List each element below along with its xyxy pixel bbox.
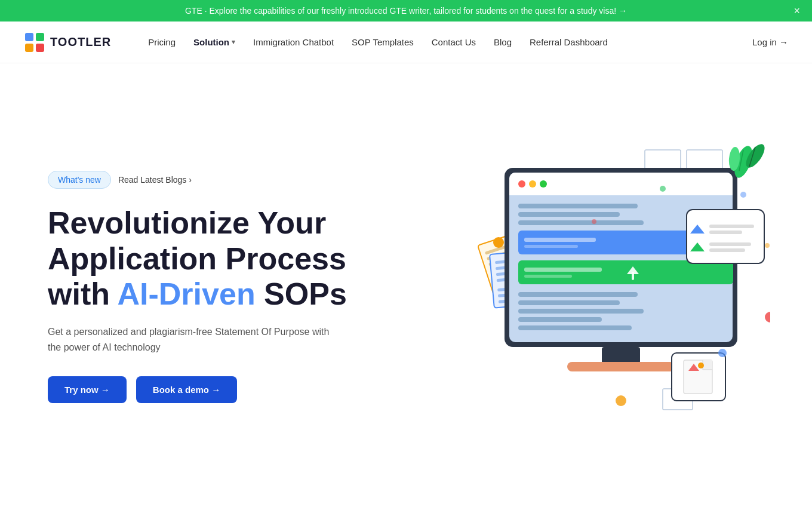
chevron-down-icon: ▾ [232,38,235,46]
svg-rect-49 [518,317,602,322]
svg-marker-62 [703,360,712,370]
book-demo-button[interactable]: Book a demo → [136,376,237,403]
logo-icon [24,32,45,53]
hero-section: What's new Read Latest Blogs › Revolutio… [0,63,812,511]
svg-rect-36 [518,212,620,217]
svg-rect-43 [524,275,572,278]
nav-item-immigration-chatbot[interactable]: Immigration Chatbot [246,33,341,51]
svg-rect-0 [25,33,33,41]
svg-rect-56 [709,231,742,234]
svg-rect-55 [709,225,754,228]
svg-rect-39 [524,238,596,242]
svg-rect-46 [518,292,638,297]
svg-rect-51 [602,347,640,364]
svg-rect-52 [567,362,675,371]
banner-close-button[interactable]: × [793,5,800,16]
hero-content: What's new Read Latest Blogs › Revolutio… [48,171,406,404]
svg-rect-50 [518,325,632,330]
whats-new-badge[interactable]: What's new [48,171,111,189]
main-nav: TOOTLER Pricing Solution ▾ Immigration C… [0,21,812,63]
svg-rect-42 [524,268,602,272]
svg-rect-59 [709,248,745,252]
svg-rect-45 [632,272,634,280]
hero-illustration [406,138,776,437]
svg-point-78 [592,219,596,224]
nav-item-contact-us[interactable]: Contact Us [425,33,483,51]
hero-heading: Revolutionize Your Application Process w… [48,205,406,312]
svg-point-66 [698,363,704,368]
read-blogs-link[interactable]: Read Latest Blogs › [118,175,192,185]
svg-point-75 [616,395,626,406]
svg-point-76 [660,186,666,192]
hero-subtext: Get a personalized and plagiarism-free S… [48,324,334,355]
svg-point-79 [765,243,770,248]
svg-point-34 [540,180,547,188]
logo-link[interactable]: TOOTLER [24,32,111,53]
svg-rect-3 [36,44,44,52]
svg-rect-58 [709,242,751,246]
login-link[interactable]: Log in → [752,37,788,47]
svg-point-74 [718,349,727,357]
svg-rect-47 [518,300,620,305]
nav-item-referral-dashboard[interactable]: Referral Dashboard [522,33,615,51]
banner-text: GTE · Explore the capabilities of our fr… [185,6,627,16]
svg-point-72 [493,237,504,248]
nav-item-blog[interactable]: Blog [487,33,519,51]
svg-point-73 [765,312,770,322]
svg-rect-1 [36,33,44,41]
svg-point-32 [518,180,525,188]
nav-item-pricing[interactable]: Pricing [141,33,183,51]
announcement-banner: GTE · Explore the capabilities of our fr… [0,0,812,21]
badge-row: What's new Read Latest Blogs › [48,171,406,189]
svg-point-77 [740,192,746,198]
arrow-right-icon: › [189,175,192,185]
cta-buttons: Try now → Book a demo → [48,376,406,403]
nav-item-sop-templates[interactable]: SOP Templates [345,33,421,51]
svg-rect-53 [687,210,764,263]
nav-links: Pricing Solution ▾ Immigration Chatbot S… [141,33,734,51]
svg-rect-40 [524,245,578,248]
logo-text: TOOTLER [50,35,111,49]
svg-rect-35 [518,204,638,208]
hero-svg-illustration [412,138,770,437]
nav-item-solution[interactable]: Solution ▾ [186,33,242,51]
svg-rect-48 [518,309,644,314]
try-now-button[interactable]: Try now → [48,376,127,403]
svg-rect-37 [518,220,644,225]
svg-point-33 [529,180,536,188]
svg-rect-2 [25,44,33,52]
